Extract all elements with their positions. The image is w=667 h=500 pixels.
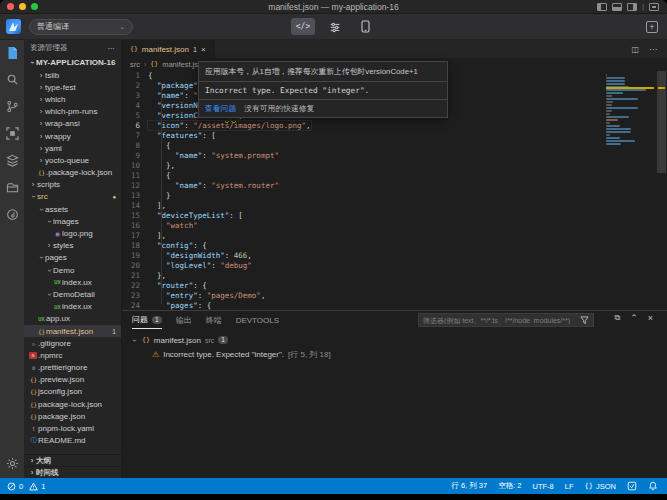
tree-item-index-ux[interactable]: UXindex.ux bbox=[24, 276, 121, 288]
tree-item--preview-json[interactable]: {}.preview.json bbox=[24, 374, 121, 386]
code-view-button[interactable]: </> bbox=[291, 18, 315, 35]
tree-item-demo[interactable]: ›Demo bbox=[24, 264, 121, 276]
customize-layout-icon[interactable] bbox=[649, 3, 659, 11]
encoding-status[interactable]: UTF-8 bbox=[533, 482, 554, 491]
tree-item-which[interactable]: ›which bbox=[24, 93, 121, 105]
close-tab-icon[interactable]: × bbox=[201, 45, 206, 54]
code-line-18[interactable]: 18 "config": { bbox=[122, 240, 667, 250]
code-line-14[interactable]: 14 ], bbox=[122, 200, 667, 210]
toggle-secondary-sidebar-icon[interactable] bbox=[627, 3, 637, 11]
code-line-13[interactable]: 13 } bbox=[122, 190, 667, 200]
minimap[interactable] bbox=[606, 72, 654, 182]
tree-item--prettierignore[interactable]: ≡.prettierignore bbox=[24, 362, 121, 374]
panel-tab-问题[interactable]: 问题1 bbox=[132, 311, 162, 329]
panel-tab-输出[interactable]: 输出 bbox=[176, 311, 192, 329]
tree-item-app-ux[interactable]: UXapp.ux bbox=[24, 313, 121, 325]
tree-item-yaml[interactable]: ›yaml bbox=[24, 142, 121, 154]
filter-input[interactable] bbox=[423, 317, 580, 324]
code-line-6[interactable]: 6 "icon": "/assets/images/logo.png", bbox=[122, 120, 667, 130]
code-line-21[interactable]: 21 }, bbox=[122, 270, 667, 280]
tree-item--package-lock-json[interactable]: {}.package-lock.json bbox=[24, 167, 121, 179]
outline-section[interactable]: › 大纲 bbox=[24, 454, 122, 466]
tree-item-index-ux[interactable]: UXindex.ux bbox=[24, 301, 121, 313]
tree-item-label: pages bbox=[45, 253, 67, 262]
toggle-panel-icon[interactable] bbox=[612, 3, 622, 11]
tree-root-folder[interactable]: › MY-APPLICATION-16 bbox=[24, 56, 121, 69]
tree-item--gitignore[interactable]: ◇.gitignore bbox=[24, 337, 121, 349]
editor-more-actions-icon[interactable]: ⋯ bbox=[649, 45, 657, 54]
tree-item-pages[interactable]: ›pages bbox=[24, 252, 121, 264]
indentation-status[interactable]: 空格: 2 bbox=[498, 481, 521, 491]
problems-filter[interactable] bbox=[418, 313, 594, 327]
breadcrumb-src[interactable]: src bbox=[130, 60, 140, 69]
tree-item-styles[interactable]: ›styles bbox=[24, 240, 121, 252]
tree-item-which-pm-runs[interactable]: ›which-pm-runs bbox=[24, 106, 121, 118]
code-line-17[interactable]: 17 ], bbox=[122, 230, 667, 240]
debug-activity-icon[interactable] bbox=[5, 207, 20, 222]
chevron-icon: › bbox=[37, 95, 45, 104]
tree-item-demodetail[interactable]: ›DemoDetail bbox=[24, 288, 121, 300]
tree-item-package-json[interactable]: {}package.json bbox=[24, 410, 121, 422]
tree-item-manifest-json[interactable]: {}manifest.json1 bbox=[24, 325, 121, 337]
explorer-activity-icon[interactable] bbox=[5, 45, 20, 60]
problem-item-row[interactable]: ⚠ Incorrect type. Expected "integer". [行… bbox=[122, 347, 667, 361]
code-line-20[interactable]: 20 "logLevel": "debug" bbox=[122, 260, 667, 270]
tree-item-wrappy[interactable]: ›wrappy bbox=[24, 130, 121, 142]
panel-tab-终端[interactable]: 终端 bbox=[206, 311, 222, 329]
tree-item-wrap-ansi[interactable]: ›wrap-ansi bbox=[24, 118, 121, 130]
search-activity-icon[interactable] bbox=[5, 72, 20, 87]
code-line-12[interactable]: 12 "name": "system.router" bbox=[122, 180, 667, 190]
view-problem-link[interactable]: 查看问题 bbox=[205, 103, 236, 114]
code-line-16[interactable]: 16 "watch" bbox=[122, 220, 667, 230]
tree-item-readme-md[interactable]: ⓘREADME.md bbox=[24, 435, 121, 447]
tree-item--npmrc[interactable]: n.npmrc bbox=[24, 349, 121, 361]
tree-item-images[interactable]: ›images bbox=[24, 215, 121, 227]
eol-status[interactable]: LF bbox=[565, 482, 574, 491]
split-editor-icon[interactable]: ◫ bbox=[631, 45, 639, 54]
tree-item-logo-png[interactable]: ▦logo.png bbox=[24, 227, 121, 239]
tree-item-tslib[interactable]: ›tslib bbox=[24, 69, 121, 81]
code-line-8[interactable]: 8 { bbox=[122, 140, 667, 150]
preview-activity-icon[interactable] bbox=[5, 126, 20, 141]
language-mode-status[interactable]: {} JSON bbox=[585, 482, 616, 491]
cursor-position-status[interactable]: 行 6, 列 37 bbox=[451, 481, 487, 491]
code-line-19[interactable]: 19 "designWidth": 466, bbox=[122, 250, 667, 260]
tree-item-scripts[interactable]: ›scripts bbox=[24, 179, 121, 191]
source-control-activity-icon[interactable] bbox=[5, 99, 20, 114]
tree-item-assets[interactable]: ›assets bbox=[24, 203, 121, 215]
filter-funnel-icon[interactable] bbox=[580, 316, 589, 325]
tree-item-jsconfig-json[interactable]: {}jsconfig.json bbox=[24, 386, 121, 398]
notifications-bell-icon[interactable] bbox=[648, 481, 658, 491]
tune-settings-button[interactable] bbox=[324, 18, 346, 35]
tree-item-pnpm-lock-yaml[interactable]: !pnpm-lock.yaml bbox=[24, 422, 121, 434]
tree-item-yocto-queue[interactable]: ›yocto-queue bbox=[24, 154, 121, 166]
panel-tab-devtools[interactable]: DEVTOOLS bbox=[236, 311, 279, 329]
settings-gear-button[interactable] bbox=[0, 457, 24, 470]
tree-item-package-lock-json[interactable]: {}package-lock.json bbox=[24, 398, 121, 410]
formatter-icon[interactable] bbox=[627, 481, 637, 491]
code-line-24[interactable]: 24 "pages": { bbox=[122, 300, 667, 310]
view-as-table-icon[interactable]: ⧉ bbox=[614, 313, 620, 323]
code-line-11[interactable]: 11 { bbox=[122, 170, 667, 180]
explorer-more-actions-icon[interactable]: ⋯ bbox=[108, 44, 116, 53]
new-panel-button[interactable]: + bbox=[646, 21, 658, 33]
code-line-23[interactable]: 23 "entry": "pages/Demo", bbox=[122, 290, 667, 300]
tree-item-type-fest[interactable]: ›type-fest bbox=[24, 81, 121, 93]
code-line-10[interactable]: 10 }, bbox=[122, 160, 667, 170]
close-panel-icon[interactable]: × bbox=[648, 313, 653, 323]
tab-manifest-json[interactable]: {} manifest.json 1 × bbox=[122, 40, 215, 58]
timeline-section[interactable]: › 时间线 bbox=[24, 466, 122, 478]
problems-status[interactable]: 0 1 bbox=[0, 482, 45, 491]
toggle-sidebar-icon[interactable] bbox=[597, 3, 607, 11]
tree-item-src[interactable]: ›src● bbox=[24, 191, 121, 203]
editor-scrollbar[interactable] bbox=[656, 70, 667, 310]
code-line-22[interactable]: 22 "router": { bbox=[122, 280, 667, 290]
problem-group-row[interactable]: › {} manifest.json src 1 bbox=[122, 333, 667, 347]
code-line-15[interactable]: 15 "deviceTypeList": [ bbox=[122, 210, 667, 220]
code-line-9[interactable]: 9 "name": "system.prompt" bbox=[122, 150, 667, 160]
device-preview-button[interactable] bbox=[355, 18, 376, 35]
project-files-activity-icon[interactable] bbox=[5, 180, 20, 195]
maximize-panel-icon[interactable]: ⌃ bbox=[630, 313, 638, 323]
layers-activity-icon[interactable] bbox=[5, 153, 20, 168]
code-line-7[interactable]: 7 "features": [ bbox=[122, 130, 667, 140]
